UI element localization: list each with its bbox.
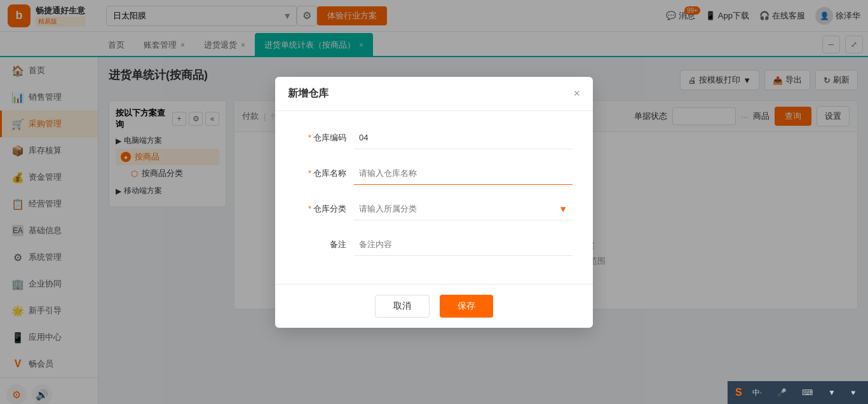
form-row-remark: 备注 — [295, 233, 573, 256]
form-row-code: 仓库编码 — [295, 126, 573, 149]
dialog-footer: 取消 保存 — [275, 284, 593, 328]
category-dropdown-icon: ▼ — [559, 204, 567, 214]
warehouse-code-label: 仓库编码 — [295, 132, 346, 144]
warehouse-name-label: 仓库名称 — [295, 168, 346, 179]
warehouse-category-wrapper: ▼ — [354, 198, 573, 220]
dialog-header: 新增仓库 × — [275, 77, 593, 111]
bottom-settings[interactable]: ▼ — [823, 386, 841, 400]
dialog-body: 仓库编码 仓库名称 仓库分类 ▼ 备注 — [275, 111, 593, 284]
remark-label: 备注 — [295, 239, 346, 250]
dialog-close-button[interactable]: × — [573, 88, 580, 99]
bottom-extra[interactable]: ♥ — [846, 386, 860, 400]
form-row-category: 仓库分类 ▼ — [295, 198, 573, 220]
save-button[interactable]: 保存 — [440, 295, 493, 318]
cancel-button[interactable]: 取消 — [375, 295, 430, 318]
bottom-mic[interactable]: 🎤 — [772, 386, 792, 400]
bottom-lang[interactable]: 中· — [747, 385, 767, 401]
warehouse-name-input[interactable] — [354, 162, 573, 185]
dialog-add-warehouse: 新增仓库 × 仓库编码 仓库名称 仓库分类 ▼ — [275, 77, 593, 328]
bottom-keyboard[interactable]: ⌨ — [797, 386, 818, 400]
form-row-name: 仓库名称 — [295, 162, 573, 185]
bottom-logo: S — [735, 387, 742, 398]
remark-input[interactable] — [354, 233, 573, 256]
dialog-title: 新增仓库 — [288, 87, 329, 100]
bottom-bar: S 中· 🎤 ⌨ ▼ ♥ — [728, 381, 868, 404]
warehouse-category-input[interactable] — [354, 198, 573, 220]
warehouse-code-input[interactable] — [354, 126, 573, 149]
modal-overlay[interactable]: 新增仓库 × 仓库编码 仓库名称 仓库分类 ▼ — [0, 0, 868, 404]
warehouse-category-label: 仓库分类 — [295, 203, 346, 215]
